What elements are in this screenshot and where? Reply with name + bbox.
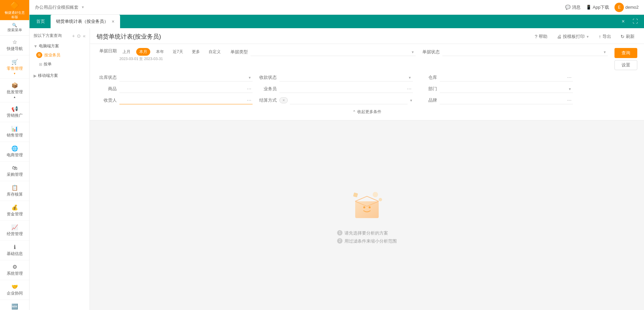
- export-button[interactable]: ↑ 导出: [596, 32, 614, 41]
- filter-payment-status: 收款状态 ▼: [257, 73, 413, 82]
- date-filter-row: 上月 本月 本年 近7天 更多 自定义: [119, 48, 224, 56]
- payment-status-label: 收款状态: [257, 74, 277, 81]
- tab-close-button[interactable]: ×: [112, 19, 114, 24]
- filter-row-4: 收货人 ··· 结算方式 ×: [97, 96, 637, 104]
- sidebar-search-item[interactable]: 🔍 消息 搜索菜单: [0, 20, 29, 36]
- warehouse-input[interactable]: [440, 73, 573, 82]
- collapse-more-label: 收起更多条件: [357, 109, 381, 115]
- payment-method-tag-close[interactable]: ×: [282, 98, 285, 103]
- avatar: E: [614, 3, 624, 12]
- filter-warehouse: 仓库 ···: [417, 73, 573, 82]
- product-input[interactable]: [119, 85, 253, 93]
- sidebar-item-marketing[interactable]: 📢 营销推广: [0, 102, 29, 122]
- sidebar-item-retail[interactable]: 🛒 零售管理 ▼: [0, 55, 29, 79]
- sidebar-item-wholesale[interactable]: 📦 批发管理 ▲: [0, 79, 29, 102]
- breadcrumb-dropdown-icon[interactable]: ▼: [81, 5, 85, 9]
- content-area: 按以下方案查询 + ⊙ « ▼ 电脑端方案 按 按业务员 ⊞: [30, 28, 644, 310]
- warehouse-label: 仓库: [417, 74, 437, 81]
- wholesale-icon: 📦: [11, 82, 18, 89]
- sidebar-item-quick-nav[interactable]: ☆ 快捷导航: [0, 36, 29, 55]
- payment-method-select[interactable]: [290, 96, 407, 104]
- doc-status-select[interactable]: [442, 48, 608, 56]
- out-status-label: 出库状态: [97, 74, 117, 81]
- doc-type-select[interactable]: [251, 48, 416, 56]
- user-profile[interactable]: E demo2: [614, 3, 639, 12]
- finance-label: 资金管理: [7, 211, 23, 217]
- add-scheme-button[interactable]: +: [72, 33, 75, 39]
- filter-payment-method: 结算方式 × ▼: [257, 96, 413, 104]
- sidebar-item-basic-info[interactable]: ℹ 基础信息: [0, 241, 29, 260]
- receiver-dots-icon[interactable]: ···: [247, 97, 251, 103]
- scheme-sub-item-by-order[interactable]: ⊞ 按单: [30, 60, 90, 69]
- date-btn-last-7-days[interactable]: 近7天: [170, 48, 186, 56]
- tab-home[interactable]: 首页: [31, 15, 51, 28]
- sidebar-item-system[interactable]: ⚙ 系统管理: [0, 260, 29, 280]
- tab-fullscreen-button[interactable]: ⛶: [631, 17, 640, 26]
- dept-select[interactable]: [440, 85, 573, 93]
- wholesale-label: 批发管理: [7, 89, 23, 95]
- scheme-group-desktop-header[interactable]: ▼ 电脑端方案: [30, 42, 90, 50]
- date-btn-last-month[interactable]: 上月: [119, 48, 133, 56]
- sidebar-item-purchase[interactable]: 🛍 采购管理: [0, 162, 29, 181]
- staff-dots-icon[interactable]: ···: [407, 86, 411, 92]
- date-btn-this-month[interactable]: 本月: [136, 48, 150, 56]
- operations-label: 经营管理: [7, 231, 23, 237]
- date-btn-more[interactable]: 更多: [189, 48, 203, 56]
- staff-label: 业务员: [257, 86, 277, 92]
- receiver-input[interactable]: [119, 96, 253, 104]
- scheme-item-by-staff[interactable]: 按 按业务员: [30, 50, 90, 60]
- brand-input[interactable]: [440, 96, 573, 104]
- refresh-button[interactable]: ↻ 刷新: [618, 32, 637, 41]
- sales-icon: 📊: [11, 125, 18, 132]
- brand-dots-icon[interactable]: ···: [567, 97, 572, 103]
- brand-control: ···: [440, 96, 573, 104]
- svg-point-3: [373, 192, 378, 197]
- empty-state-illustration: [347, 185, 387, 225]
- tab-close-all-button[interactable]: ×: [619, 17, 628, 26]
- collapse-more-button[interactable]: ⌃ 收起更多条件: [97, 108, 637, 116]
- print-button[interactable]: 🖨 按模板打印 ▼: [554, 32, 592, 41]
- tip-num-1: 1: [337, 230, 342, 236]
- user-name: demo2: [625, 5, 639, 10]
- staff-input[interactable]: [279, 85, 413, 93]
- ecommerce-icon: 🌐: [11, 145, 18, 152]
- tab-sales-report[interactable]: 销货单统计表（按业务员） ×: [51, 15, 120, 28]
- scheme-group-mobile-header[interactable]: ▶ 移动端方案: [30, 71, 90, 80]
- query-button[interactable]: 查询: [614, 48, 637, 58]
- operations-icon: 📈: [11, 224, 18, 230]
- help-button[interactable]: ? 帮助: [532, 32, 550, 41]
- sidebar-item-sales[interactable]: 📊 销售管理: [0, 122, 29, 142]
- sidebar-item-finance[interactable]: 💰 资金管理: [0, 201, 29, 221]
- sidebar-item-inventory[interactable]: 📋 库存核算: [0, 181, 29, 201]
- sidebar-item-operations[interactable]: 📈 经营管理: [0, 221, 29, 241]
- warehouse-dots-icon[interactable]: ···: [567, 74, 572, 81]
- date-btn-this-year[interactable]: 本年: [153, 48, 167, 56]
- app-download-button[interactable]: 📱 App下载: [586, 4, 609, 10]
- out-status-select[interactable]: [119, 73, 253, 82]
- settings-button[interactable]: 设置: [614, 60, 637, 70]
- tab-bar: 首页 销货单统计表（按业务员） × × ⛶: [30, 15, 644, 28]
- edit-scheme-button[interactable]: ⊙: [77, 33, 81, 39]
- date-label: 单据日期: [97, 48, 117, 54]
- product-dots-icon[interactable]: ···: [247, 86, 251, 92]
- system-label: 系统管理: [7, 271, 23, 276]
- svg-rect-0: [355, 201, 379, 218]
- quick-nav-icon: ☆: [12, 39, 17, 45]
- print-icon: 🖨: [557, 34, 561, 39]
- left-panel-title: 按以下方案查询: [34, 33, 62, 39]
- date-btn-custom[interactable]: 自定义: [206, 48, 224, 56]
- inventory-icon: 📋: [11, 185, 18, 191]
- enterprise-label: 企业协同: [7, 291, 23, 296]
- payment-status-select[interactable]: [279, 73, 413, 82]
- marketing-label: 营销推广: [7, 113, 23, 118]
- date-range-text: 2023-03-01 至 2023-03-31: [119, 56, 224, 61]
- collapse-panel-button[interactable]: «: [83, 33, 86, 39]
- page-title: 销货单统计表(按业务员): [97, 33, 161, 41]
- sidebar-item-enterprise[interactable]: 🤝 企业协同: [0, 280, 29, 300]
- print-dropdown-icon[interactable]: ▼: [586, 35, 589, 39]
- sidebar-item-ecommerce[interactable]: 🌐 电商管理: [0, 142, 29, 162]
- sidebar-item-new-user[interactable]: 🆕 新手引导: [0, 300, 29, 310]
- messages-button[interactable]: 💬 消息: [565, 4, 581, 10]
- sidebar: 🔶 畅捷通好生意 标版 🔍 消息 搜索菜单 ☆ 快捷导航 🛒 零售管理 ▼ 📦 …: [0, 0, 30, 310]
- wholesale-arrow: ▲: [13, 96, 16, 99]
